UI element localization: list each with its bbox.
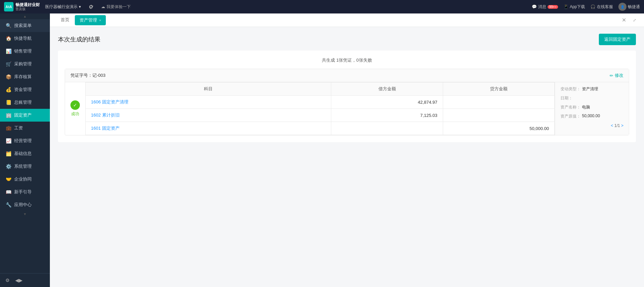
sidebar: ▲ 🔍 搜索菜单 🏠 快捷导航 📊 销售管理 🛒 采购管理 📦 库存核算 💰 资… (0, 13, 50, 287)
row1-subject: 1606 固定资产清理 (86, 96, 331, 109)
sidebar-item-guide[interactable]: 📖 新手引导 (0, 186, 50, 198)
row3-debit (331, 122, 443, 135)
guide-icon: 📖 (5, 189, 11, 195)
sidebar-item-basic-info[interactable]: 🗂️ 基础信息 (0, 147, 50, 160)
sidebar-item-purchase[interactable]: 🛒 采购管理 (0, 58, 50, 70)
sidebar-item-label: 企业协同 (14, 176, 32, 182)
sidebar-item-label: 新手引导 (14, 189, 32, 195)
tab-active-label: 资产管理 (80, 17, 97, 23)
row1-subject-link[interactable]: 1606 固定资产清理 (91, 99, 128, 104)
customer-service-label: 在线客服 (597, 4, 613, 10)
row3-subject: 1601 固定资产 (86, 122, 331, 135)
sidebar-item-app-center[interactable]: 🔧 应用中心 (0, 198, 50, 211)
app-logo-text: 畅捷通好业财 普及版 (16, 2, 40, 11)
page-content: 本次生成的结果 返回固定资产 共生成 1张凭证，0张失败 凭证字号：记-003 … (50, 27, 644, 287)
sidebar-scroll-up[interactable]: ▲ (0, 13, 50, 19)
app-logo-icon: AtA (4, 2, 13, 11)
asset-original-value: 50,000.00 (582, 114, 600, 119)
prev-page-button[interactable]: < (611, 123, 613, 128)
company-selector[interactable]: 医疗器械行业演示 ▾ (42, 3, 84, 10)
system-icon: ⚙️ (5, 163, 11, 169)
sidebar-settings-button[interactable]: ⚙ (4, 276, 11, 284)
result-summary: 共生成 1张凭证，0张失败 (65, 57, 629, 63)
sidebar-item-label: 库存核算 (14, 74, 32, 80)
messages-button[interactable]: 💬 消息 99++ (532, 4, 558, 10)
sidebar-item-label: 固定资产 (14, 112, 32, 118)
edit-button[interactable]: ✏ 修改 (610, 72, 623, 78)
company-settings-button[interactable] (86, 2, 96, 11)
salary-icon: 💼 (5, 125, 11, 131)
asset-name-row: 资产名称： 电脑 (560, 104, 623, 110)
sidebar-item-system[interactable]: ⚙️ 系统管理 (0, 160, 50, 173)
sidebar-item-operation[interactable]: 📈 经营管理 (0, 134, 50, 147)
app-logo: AtA 畅捷通好业财 普及版 (4, 2, 40, 11)
change-type-label: 变动类型： (560, 86, 581, 92)
sidebar-item-label: 快捷导航 (14, 35, 32, 41)
enterprise-icon: 🤝 (5, 176, 11, 182)
sidebar-item-label: 基础信息 (14, 151, 32, 157)
basic-info-icon: 🗂️ (5, 151, 11, 157)
row2-subject-link[interactable]: 1602 累计折旧 (91, 113, 120, 118)
sidebar-item-enterprise[interactable]: 🤝 企业协同 (0, 173, 50, 186)
inventory-icon: 📦 (5, 74, 11, 80)
app-version: 普及版 (16, 7, 40, 11)
maximize-window-button[interactable]: ⤢ (631, 16, 639, 24)
col-credit: 贷方金额 (443, 83, 554, 96)
app-center-icon: 🔧 (5, 202, 11, 208)
sidebar-item-fixed-assets[interactable]: 🏢 固定资产 (0, 109, 50, 122)
pagination: < 1/1 > (560, 123, 623, 128)
row1-credit (443, 96, 554, 109)
purchase-icon: 🛒 (5, 61, 11, 67)
table-row: 1602 累计折旧 7,125.03 (86, 109, 555, 122)
sidebar-item-sales[interactable]: 📊 销售管理 (0, 45, 50, 58)
sidebar-item-search[interactable]: 🔍 搜索菜单 (0, 19, 50, 32)
success-text: 成功 (71, 111, 79, 117)
experience-button[interactable]: ☁ 我要体验一下 (98, 3, 133, 10)
sidebar-item-label: 应用中心 (14, 202, 32, 208)
asset-name-value: 电脑 (582, 104, 590, 110)
app-download-button[interactable]: 📱 App下载 (563, 4, 585, 10)
user-menu[interactable]: 👤 畅捷通 (618, 3, 640, 11)
date-row: 日期： (560, 95, 623, 101)
maximize-icon: ⤢ (633, 18, 636, 23)
tab-asset-management[interactable]: 资产管理 × (75, 15, 106, 25)
messages-icon: 💬 (532, 4, 537, 9)
experience-label: 我要体验一下 (106, 4, 131, 10)
sidebar-item-label: 资金管理 (14, 87, 32, 93)
sidebar-collapse-button[interactable]: ◀▶ (14, 276, 24, 284)
sidebar-item-ledger[interactable]: 📒 总账管理 (0, 96, 50, 109)
tab-home[interactable]: 首页 (55, 14, 75, 26)
date-label: 日期： (560, 95, 579, 101)
sidebar-item-label: 搜索菜单 (14, 23, 32, 29)
app-download-label: App下载 (570, 4, 585, 10)
return-button[interactable]: 返回固定资产 (599, 34, 636, 45)
sidebar-item-inventory[interactable]: 📦 库存核算 (0, 70, 50, 83)
next-page-button[interactable]: > (621, 123, 623, 128)
sidebar-item-label: 系统管理 (14, 163, 32, 169)
sidebar-scroll-down[interactable]: ▼ (0, 211, 50, 217)
row2-debit: 7,125.03 (331, 109, 443, 122)
user-name: 畅捷通 (628, 4, 640, 10)
sidebar-item-salary[interactable]: 💼 工资 (0, 122, 50, 134)
top-header: AtA 畅捷通好业财 普及版 医疗器械行业演示 ▾ ☁ 我要体验一下 💬 消息 … (0, 0, 644, 13)
content-area: 首页 资产管理 × ✕ ⤢ 本次生成的结果 返回固定资产 (50, 13, 644, 287)
row3-subject-link[interactable]: 1601 固定资产 (91, 126, 120, 131)
change-type-row: 变动类型： 资产清理 (560, 86, 623, 92)
close-window-button[interactable]: ✕ (620, 16, 628, 24)
customer-service-button[interactable]: 🎧 在线客服 (590, 4, 613, 10)
sidebar-item-quick-nav[interactable]: 🏠 快捷导航 (0, 32, 50, 45)
status-cell: ✓ 成功 (65, 82, 85, 135)
col-debit: 借方金额 (331, 83, 443, 96)
sidebar-item-label: 工资 (14, 125, 23, 131)
row1-debit: 42,874.97 (331, 96, 443, 109)
messages-badge: 99++ (548, 5, 558, 9)
voucher-body: ✓ 成功 科目 (65, 82, 629, 135)
row3-credit: 50,000.00 (443, 122, 554, 135)
table-row: 1601 固定资产 50,000.00 (86, 122, 555, 135)
tab-close-button[interactable]: × (99, 18, 101, 22)
success-circle: ✓ (70, 100, 80, 110)
tab-home-label: 首页 (61, 17, 69, 23)
customer-service-icon: 🎧 (590, 4, 595, 9)
sidebar-item-finance[interactable]: 💰 资金管理 (0, 83, 50, 96)
search-icon: 🔍 (5, 23, 11, 29)
